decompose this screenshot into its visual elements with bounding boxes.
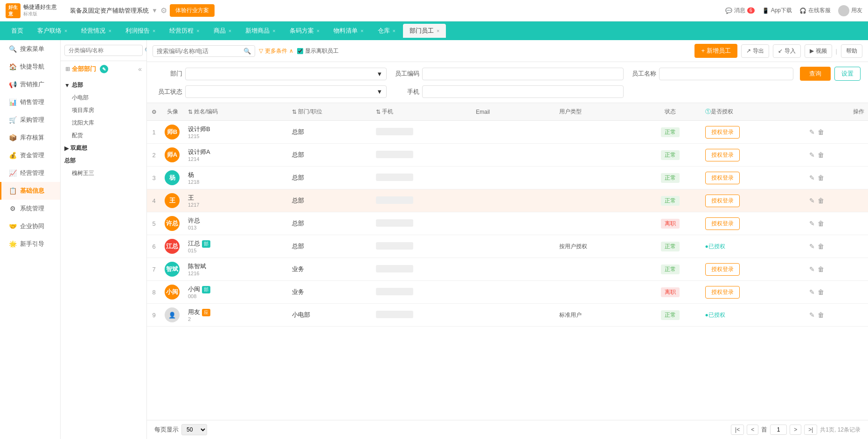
dept-node-zongbu2[interactable]: 总部 — [61, 154, 146, 167]
edit-btn[interactable]: ✎ — [809, 151, 815, 159]
nav-tab-operation-close[interactable]: × — [108, 28, 111, 34]
sidebar-item-finance[interactable]: 💰 资金管理 — [0, 146, 60, 164]
dept-node-shenyang[interactable]: 沈阳大库 — [61, 117, 146, 129]
nav-tab-home[interactable]: 首页 — [5, 24, 30, 38]
delete-btn[interactable]: 🗑 — [818, 128, 824, 136]
delete-btn[interactable]: 🗑 — [818, 311, 824, 319]
dept-node-project[interactable]: 项目库房 — [61, 104, 146, 117]
search-input[interactable] — [157, 48, 241, 55]
edit-btn[interactable]: ✎ — [809, 128, 815, 136]
nav-tab-customer-close[interactable]: × — [64, 28, 67, 34]
first-page-btn[interactable]: |< — [731, 425, 744, 435]
nav-tab-operation[interactable]: 经营情况 × — [75, 24, 118, 38]
nav-tab-history-close[interactable]: × — [196, 28, 199, 34]
col-dept-header[interactable]: ⇅ 部门/职位 — [288, 103, 372, 121]
nav-tab-staff[interactable]: 部门员工 × — [403, 24, 446, 38]
auth-login-btn[interactable]: 授权登录 — [705, 263, 740, 276]
nav-tab-profit-close[interactable]: × — [153, 28, 155, 34]
dept-node-shuangting[interactable]: ▶ 双庭想 — [61, 142, 146, 154]
col-name-header[interactable]: ⇅ 姓名/编码 — [184, 103, 288, 121]
video-button[interactable]: ▶ 视频 — [805, 44, 832, 58]
sidebar-item-system[interactable]: ⚙ 系统管理 — [0, 200, 60, 217]
more-filter-btn[interactable]: ▽ 更多条件 ∧ — [259, 47, 293, 55]
sidebar-item-nav[interactable]: 🏠 快捷导航 — [0, 58, 60, 76]
edit-btn[interactable]: ✎ — [809, 311, 815, 319]
sidebar-item-marketing[interactable]: 📢 营销推广 — [0, 76, 60, 93]
edit-btn[interactable]: ✎ — [809, 243, 815, 250]
nav-tab-goods[interactable]: 商品 × — [207, 24, 238, 38]
dept-panel-collapse-btn[interactable]: « — [138, 65, 142, 73]
nav-tab-bom[interactable]: 物料清单 × — [327, 24, 370, 38]
auth-login-btn[interactable]: 授权登录 — [705, 195, 740, 207]
sidebar-item-collab[interactable]: 🤝 企业协同 — [0, 217, 60, 235]
edit-btn[interactable]: ✎ — [809, 174, 815, 181]
user-btn[interactable]: 用友 — [838, 5, 862, 16]
edit-btn[interactable]: ✎ — [809, 220, 815, 227]
nav-tab-add-goods-close[interactable]: × — [272, 28, 275, 34]
per-page-select[interactable]: 50 100 — [181, 424, 207, 435]
nav-tab-add-goods[interactable]: 新增商品 × — [239, 24, 282, 38]
code-filter-input[interactable] — [422, 68, 624, 80]
export-button[interactable]: ↗ 导出 — [741, 44, 769, 58]
import-button[interactable]: ↙ 导入 — [773, 44, 801, 58]
system-dropdown-icon[interactable]: ▼ — [152, 7, 158, 14]
query-button[interactable]: 查询 — [800, 67, 831, 81]
delete-btn[interactable]: 🗑 — [818, 174, 824, 181]
edit-btn[interactable]: ✎ — [809, 265, 815, 273]
next-page-btn[interactable]: > — [790, 425, 801, 435]
add-employee-button[interactable]: + 新增员工 — [694, 44, 737, 58]
settings-icon[interactable]: ⚙ — [160, 6, 167, 15]
dept-edit-icon[interactable]: ✎ — [100, 65, 108, 73]
sidebar-item-sales[interactable]: 📊 销售管理 — [0, 93, 60, 111]
delete-btn[interactable]: 🗑 — [818, 220, 824, 227]
online-service-btn[interactable]: 🎧 在线客服 — [799, 7, 831, 14]
auth-login-btn[interactable]: 授权登录 — [705, 286, 740, 299]
help-button[interactable]: 帮助 — [841, 44, 862, 58]
auth-login-btn[interactable]: 授权登录 — [705, 149, 740, 161]
nav-tab-warehouse[interactable]: 仓库 × — [371, 24, 402, 38]
col-phone-header[interactable]: ⇅ 手机 — [372, 103, 472, 121]
nav-tab-goods-close[interactable]: × — [229, 28, 231, 34]
trial-button[interactable]: 体验行业方案 — [170, 4, 215, 17]
last-page-btn[interactable]: >| — [804, 425, 817, 435]
nav-tab-staff-close[interactable]: × — [437, 28, 439, 34]
set-button[interactable]: 设置 — [834, 67, 861, 81]
col-settings[interactable]: ⚙ — [147, 103, 161, 121]
delete-btn[interactable]: 🗑 — [818, 243, 824, 250]
delete-btn[interactable]: 🗑 — [818, 151, 824, 159]
sidebar-item-purchase[interactable]: 🛒 采购管理 — [0, 111, 60, 129]
sidebar-item-guide[interactable]: 🌟 新手引导 — [0, 235, 60, 253]
sidebar-item-search[interactable]: 🔍 搜索菜单 — [0, 40, 60, 58]
dept-node-xiaodian[interactable]: 小电部 — [61, 91, 146, 104]
dept-search-input[interactable] — [64, 45, 143, 56]
sidebar-item-business[interactable]: 📈 经营管理 — [0, 164, 60, 182]
sidebar-item-basic[interactable]: 📋 基础信息 — [0, 182, 60, 200]
prev-page-btn[interactable]: < — [747, 425, 758, 435]
nav-tab-profit[interactable]: 利润报告 × — [119, 24, 162, 38]
status-filter-select[interactable]: ▼ — [185, 85, 387, 98]
auth-login-btn[interactable]: 授权登录 — [705, 217, 740, 230]
dept-node-group-zongbu[interactable]: ▼ 总部 — [61, 79, 146, 91]
dept-all-item[interactable]: ⊞ 全部部门 ✎ « — [61, 61, 146, 77]
edit-btn[interactable]: ✎ — [809, 288, 815, 296]
message-btn[interactable]: 💬 消息 6 — [725, 7, 755, 14]
delete-btn[interactable]: 🗑 — [818, 197, 824, 204]
nav-tab-history[interactable]: 经营历程 × — [163, 24, 206, 38]
nav-tab-bom-close[interactable]: × — [361, 28, 363, 34]
auth-login-btn[interactable]: 授权登录 — [705, 126, 740, 139]
delete-btn[interactable]: 🗑 — [818, 288, 824, 296]
nav-tab-customer[interactable]: 客户联络 × — [31, 24, 74, 38]
dept-filter-select[interactable]: ▼ — [185, 68, 387, 80]
app-download-btn[interactable]: 📱 App下载 — [762, 7, 792, 14]
edit-btn[interactable]: ✎ — [809, 197, 815, 204]
dept-node-peihuo[interactable]: 配货 — [61, 129, 146, 142]
nav-tab-barcode-close[interactable]: × — [317, 28, 319, 34]
delete-btn[interactable]: 🗑 — [818, 265, 824, 273]
sidebar-item-inventory[interactable]: 📦 库存核算 — [0, 129, 60, 146]
phone-filter-input[interactable] — [422, 85, 624, 98]
nav-tab-barcode[interactable]: 条码方案 × — [283, 24, 326, 38]
nav-tab-warehouse-close[interactable]: × — [393, 28, 396, 34]
dept-node-huaishu[interactable]: 槐树王三 — [61, 167, 146, 180]
name-filter-input[interactable] — [659, 68, 793, 80]
show-resign-checkbox[interactable] — [297, 48, 303, 54]
